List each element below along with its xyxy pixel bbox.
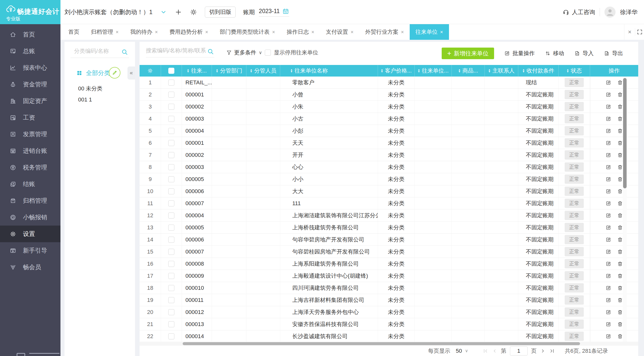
show-disabled-toggle[interactable]: 显示停用往来单位 bbox=[265, 49, 318, 56]
row-delete-icon[interactable] bbox=[617, 200, 623, 206]
vertical-scrollbar-thumb[interactable] bbox=[623, 78, 627, 188]
page-number-input[interactable] bbox=[510, 346, 528, 355]
next-page-button[interactable] bbox=[540, 348, 546, 354]
fullscreen-icon[interactable] bbox=[635, 28, 644, 36]
category-search-input[interactable] bbox=[71, 46, 125, 54]
row-delete-icon[interactable] bbox=[617, 249, 623, 255]
row-delete-icon[interactable] bbox=[617, 333, 623, 339]
row-edit-icon[interactable] bbox=[605, 249, 611, 255]
sidebar-item-进销台账[interactable]: 进销台账 bbox=[0, 143, 60, 159]
sidebar-item-固定资产[interactable]: 固定资产 bbox=[0, 93, 60, 109]
switch-old-version-button[interactable]: 切到旧版 bbox=[205, 7, 236, 18]
last-page-button[interactable] bbox=[549, 348, 555, 354]
column-header-分管部门[interactable]: ▲▼分管部门 bbox=[212, 65, 246, 77]
row-edit-icon[interactable] bbox=[605, 273, 611, 279]
row-edit-icon[interactable] bbox=[605, 225, 611, 231]
tab-我的待办[interactable]: 我的待办× bbox=[124, 24, 164, 40]
row-edit-icon[interactable] bbox=[605, 309, 611, 315]
tab-close-icon[interactable]: × bbox=[205, 29, 208, 35]
tab-close-icon[interactable]: × bbox=[272, 29, 275, 35]
select-all-checkbox[interactable] bbox=[168, 68, 174, 74]
row-delete-icon[interactable] bbox=[617, 104, 623, 110]
row-delete-icon[interactable] bbox=[617, 225, 623, 231]
sidebar-item-设置[interactable]: 设置 bbox=[0, 226, 60, 242]
tab-支付设置[interactable]: 支付设置× bbox=[320, 24, 359, 40]
row-edit-icon[interactable] bbox=[605, 321, 611, 327]
sidebar-item-发票管理[interactable]: 发票管理 bbox=[0, 126, 60, 143]
account-chevron-down-icon[interactable] bbox=[160, 9, 167, 16]
row-checkbox[interactable] bbox=[168, 309, 174, 315]
row-edit-icon[interactable] bbox=[605, 200, 611, 206]
row-edit-icon[interactable] bbox=[605, 237, 611, 243]
sort-arrows-icon[interactable]: ▲▼ bbox=[458, 69, 461, 73]
category-item[interactable]: 00 未分类 bbox=[65, 83, 135, 94]
row-delete-icon[interactable] bbox=[617, 188, 623, 194]
tab-close-icon[interactable]: × bbox=[155, 29, 158, 35]
row-delete-icon[interactable] bbox=[617, 273, 623, 279]
row-delete-icon[interactable] bbox=[617, 285, 623, 291]
sidebar-item-首页[interactable]: 首页 bbox=[0, 26, 60, 43]
tab-首页[interactable]: 首页 bbox=[62, 24, 85, 40]
sidebar-item-工资[interactable]: 工资 bbox=[0, 109, 60, 126]
prev-page-button[interactable] bbox=[492, 348, 497, 354]
row-checkbox[interactable] bbox=[168, 249, 174, 255]
row-checkbox[interactable] bbox=[168, 164, 174, 170]
row-edit-icon[interactable] bbox=[605, 116, 611, 122]
row-delete-icon[interactable] bbox=[617, 297, 623, 303]
row-checkbox[interactable] bbox=[168, 104, 174, 110]
row-edit-icon[interactable] bbox=[605, 80, 611, 86]
row-delete-icon[interactable] bbox=[617, 80, 623, 86]
all-categories-label[interactable]: 全部分类 bbox=[86, 69, 110, 77]
tab-操作日志[interactable]: 操作日志× bbox=[281, 24, 320, 40]
row-checkbox[interactable] bbox=[168, 116, 174, 122]
tab-费用趋势分析[interactable]: 费用趋势分析× bbox=[164, 24, 214, 40]
row-edit-icon[interactable] bbox=[605, 188, 611, 194]
tab-部门费用类型统计表[interactable]: 部门费用类型统计表× bbox=[214, 24, 281, 40]
import-button[interactable]: 导入 bbox=[574, 50, 594, 57]
tab-往来单位[interactable]: 往来单位× bbox=[410, 24, 449, 40]
row-edit-icon[interactable] bbox=[605, 261, 611, 267]
tab-close-icon[interactable]: × bbox=[311, 29, 314, 35]
row-edit-icon[interactable] bbox=[605, 212, 611, 219]
row-checkbox[interactable] bbox=[168, 176, 174, 182]
vertical-scrollbar[interactable] bbox=[623, 77, 627, 342]
all-categories-row[interactable]: 全部分类 « bbox=[65, 66, 135, 80]
column-header-收付款条件[interactable]: ▲▼收付款条件 bbox=[518, 65, 559, 77]
row-checkbox[interactable] bbox=[168, 128, 174, 134]
header-gear-cell[interactable] bbox=[140, 65, 161, 77]
horizontal-scrollbar-thumb[interactable] bbox=[183, 342, 580, 345]
sidebar-item-税务管理[interactable]: 税务管理 bbox=[0, 159, 60, 176]
row-edit-icon[interactable] bbox=[605, 333, 611, 339]
row-checkbox[interactable] bbox=[168, 140, 174, 146]
row-delete-icon[interactable] bbox=[617, 176, 623, 182]
sidebar-item-归档管理[interactable]: 归档管理 bbox=[0, 192, 60, 209]
row-delete-icon[interactable] bbox=[617, 237, 623, 243]
horizontal-scrollbar[interactable] bbox=[140, 342, 638, 346]
sidebar-item-结账[interactable]: 结账 bbox=[0, 176, 60, 192]
sort-arrows-icon[interactable]: ▲▼ bbox=[187, 69, 189, 73]
tab-归档管理[interactable]: 归档管理× bbox=[85, 24, 124, 40]
row-delete-icon[interactable] bbox=[617, 212, 623, 219]
row-checkbox[interactable] bbox=[168, 333, 174, 339]
collapse-panel-button[interactable]: « bbox=[127, 66, 135, 80]
row-delete-icon[interactable] bbox=[617, 92, 623, 98]
move-button[interactable]: 移动 bbox=[545, 50, 564, 57]
row-edit-icon[interactable] bbox=[605, 140, 611, 146]
sort-arrows-icon[interactable]: ▲▼ bbox=[216, 69, 218, 73]
export-button[interactable]: 导出 bbox=[604, 50, 623, 57]
row-checkbox[interactable] bbox=[168, 200, 174, 206]
account-settings-gear-icon[interactable] bbox=[190, 8, 197, 16]
sidebar-item-总账[interactable]: 总账 bbox=[0, 43, 60, 59]
row-checkbox[interactable] bbox=[168, 321, 174, 327]
sort-arrows-icon[interactable]: ▲▼ bbox=[381, 69, 383, 73]
batch-operations-button[interactable]: 批量操作 bbox=[504, 50, 535, 57]
human-consult-link[interactable]: 人工咨询 bbox=[562, 8, 595, 16]
tab-close-icon[interactable]: × bbox=[440, 29, 443, 35]
row-edit-icon[interactable] bbox=[605, 285, 611, 291]
row-edit-icon[interactable] bbox=[605, 164, 611, 170]
column-header-操作[interactable]: 操作 bbox=[590, 65, 638, 77]
sidebar-partial-item[interactable] bbox=[17, 353, 59, 356]
sort-arrows-icon[interactable]: ▲▼ bbox=[290, 69, 293, 73]
sidebar-item-小畅报销[interactable]: 小畅报销 bbox=[0, 209, 60, 226]
sort-arrows-icon[interactable]: ▲▼ bbox=[488, 69, 491, 73]
